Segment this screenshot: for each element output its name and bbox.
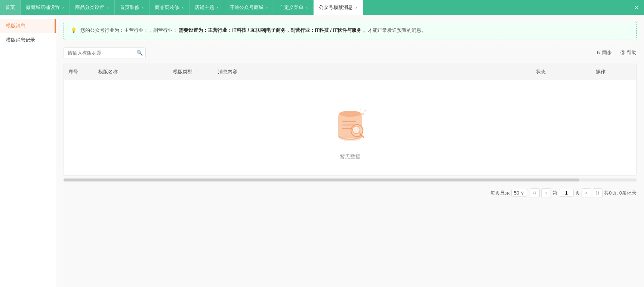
close-tab-home-decoration[interactable]: × (142, 5, 144, 10)
search-bar: 🔍 ↻ 同步 | ⓪ 帮助 (64, 48, 637, 58)
search-input[interactable] (64, 48, 146, 58)
page-size-label: 每页显示 (490, 190, 510, 196)
page-size-dropdown[interactable]: 50 ∨ (511, 189, 527, 197)
tab-home[interactable]: 首页 (0, 0, 21, 15)
help-button[interactable]: ⓪ 帮助 (620, 49, 637, 56)
notice-highlight: 需要设置为：主营行业：IT科技 / 互联网|电子商务，副营行业：IT科技 / I… (179, 27, 366, 33)
close-tab-open-mall[interactable]: × (266, 5, 268, 10)
notice-icon: 💡 (71, 27, 77, 33)
empty-illustration (328, 103, 373, 147)
first-page-button[interactable]: ⟨⟨ (530, 188, 540, 198)
tab-bar: 首页 微商城店铺设置 × 商品分类设置 × 首页装修 × 商品页装修 × 店铺主… (0, 0, 644, 15)
close-tab-template-msg[interactable]: × (355, 5, 357, 10)
tab-home-decoration[interactable]: 首页装修 × (115, 0, 150, 15)
svg-point-7 (362, 113, 364, 115)
tab-product-decoration[interactable]: 商品页装修 × (150, 0, 189, 15)
total-info: 共0页, 0条记录 (604, 190, 637, 196)
col-type: 模版类型 (169, 64, 213, 80)
tab-custom-menu[interactable]: 自定义菜单 × (274, 0, 314, 15)
sidebar-item-template-msg[interactable]: 模版消息 (0, 19, 56, 33)
search-input-wrap: 🔍 (64, 48, 146, 58)
table-header: 序号 模版名称 模版类型 消息内容 状态 操作 (64, 64, 636, 80)
close-all-tabs[interactable]: ✕ (629, 4, 644, 11)
scrollbar-thumb[interactable] (64, 178, 579, 181)
svg-point-9 (360, 109, 361, 110)
page-label-after: 页 (575, 190, 580, 196)
close-tab-shop-settings[interactable]: × (62, 5, 64, 10)
sync-icon: ↻ (597, 50, 601, 56)
tab-category-settings[interactable]: 商品分类设置 × (70, 0, 114, 15)
tab-open-mall[interactable]: 开通公众号商城 × (224, 0, 274, 15)
notice-prefix: 您的公众号行业为：主营行业：，副营行业： (80, 27, 178, 33)
toolbar-divider: | (616, 50, 617, 56)
close-tab-custom-menu[interactable]: × (306, 5, 308, 10)
page-navigation: ⟨⟨ ＜ 第 页 ＞ ⟩⟩ 共0页, 0条记录 (530, 188, 637, 198)
empty-state: 暂无数据 (64, 80, 636, 175)
page-size-select: 每页显示 50 ∨ (490, 189, 527, 197)
next-page-button[interactable]: ＞ (582, 188, 591, 198)
col-content: 消息内容 (213, 64, 531, 80)
sidebar: 模版消息 模版消息记录 (0, 15, 56, 287)
pagination: 每页显示 50 ∨ ⟨⟨ ＜ 第 页 ＞ ⟩⟩ 共0页, 0条记录 (64, 184, 637, 199)
svg-point-5 (352, 126, 360, 134)
horizontal-scrollbar[interactable] (64, 178, 637, 181)
main-layout: 模版消息 模版消息记录 💡 您的公众号行业为：主营行业：，副营行业： 需要设置为… (0, 15, 644, 287)
tab-shop-settings[interactable]: 微商城店铺设置 × (21, 0, 70, 15)
sync-button[interactable]: ↻ 同步 (597, 49, 612, 56)
tab-store-theme[interactable]: 店铺主题 × (189, 0, 224, 15)
col-status: 状态 (531, 64, 591, 80)
svg-point-8 (364, 110, 366, 112)
toolbar-right: ↻ 同步 | ⓪ 帮助 (597, 49, 637, 56)
notice-banner: 💡 您的公众号行业为：主营行业：，副营行业： 需要设置为：主营行业：IT科技 /… (64, 21, 637, 40)
sidebar-item-template-msg-log[interactable]: 模版消息记录 (0, 33, 56, 47)
chevron-down-icon: ∨ (521, 190, 524, 196)
last-page-button[interactable]: ⟩⟩ (593, 188, 603, 198)
tab-template-msg[interactable]: 公众号模版消息 × (314, 0, 363, 15)
search-icon[interactable]: 🔍 (136, 50, 143, 56)
close-tab-store-theme[interactable]: × (216, 5, 219, 10)
col-name: 模版名称 (94, 64, 169, 80)
page-label-before: 第 (552, 190, 557, 196)
page-number-input[interactable] (559, 189, 574, 197)
prev-page-button[interactable]: ＜ (541, 188, 551, 198)
close-tab-category-settings[interactable]: × (107, 5, 109, 10)
data-table: 序号 模版名称 模版类型 消息内容 状态 操作 (64, 64, 637, 175)
empty-text: 暂无数据 (340, 153, 361, 160)
close-tab-product-decoration[interactable]: × (181, 5, 184, 10)
col-index: 序号 (64, 64, 94, 80)
help-icon: ⓪ (620, 49, 625, 56)
content-area: 💡 您的公众号行业为：主营行业：，副营行业： 需要设置为：主营行业：IT科技 /… (56, 15, 644, 287)
notice-suffix: 才能正常发送预置的消息。 (368, 27, 426, 33)
col-action: 操作 (591, 64, 636, 80)
